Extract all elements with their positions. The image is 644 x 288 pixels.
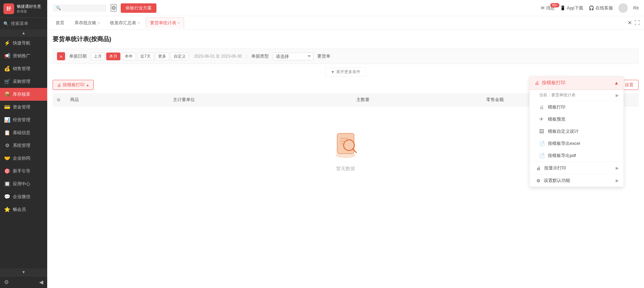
tab-order-stats-close[interactable]: × bbox=[178, 21, 180, 25]
date-range-display: 2023-06-01 至 2023-06-30 bbox=[194, 54, 242, 59]
date-btn-this-month[interactable]: 本月 bbox=[106, 53, 120, 60]
print-current-section: 当前：要货单统计表 ▶ bbox=[530, 90, 623, 101]
sidebar-item-label: 畅会员 bbox=[13, 206, 26, 213]
date-btn-more[interactable]: 更多 bbox=[155, 53, 169, 60]
template-design-label: 模板自定义设计 bbox=[548, 128, 579, 134]
sidebar-item-member[interactable]: ⭐ 畅会员 bbox=[0, 203, 47, 216]
template-design-icon: 🖼 bbox=[539, 129, 545, 134]
sidebar: 好 畅捷通好生意 标准版 🔍 搜索菜单 ▲ ⚡ 快捷导航 📢 营销推广 💰 销售… bbox=[0, 0, 47, 288]
sidebar-item-system[interactable]: ⚙ 系统管理 bbox=[0, 139, 47, 152]
print-dropdown-title: 按模板打印 bbox=[542, 80, 565, 86]
topbar-search-box[interactable]: 🔍 bbox=[53, 4, 107, 12]
filter-divider-1: | bbox=[246, 54, 247, 59]
set-default-chevron: ▶ bbox=[616, 178, 619, 183]
print-current-label: 当前：要货单统计表 bbox=[539, 92, 576, 98]
topbar-avatar[interactable] bbox=[618, 3, 628, 13]
print-template-label: 按模板打印 bbox=[63, 82, 85, 88]
tabbar-maximize[interactable]: ⛶ bbox=[635, 20, 640, 26]
topbar-app-download[interactable]: 📱 App下载 bbox=[560, 5, 583, 11]
sidebar-item-wechat[interactable]: 💬 企业微信 bbox=[0, 190, 47, 203]
template-print-icon: 🖨 bbox=[539, 104, 545, 110]
template-preview-item[interactable]: 👁 模板预览 bbox=[530, 113, 623, 125]
tabbar: 首页 库存批次账 × 收发存汇总表 × 要货单统计表 × ✕ ⛶ bbox=[47, 16, 644, 30]
purchase-icon: 🛒 bbox=[4, 78, 10, 85]
type-filter-select[interactable]: 请选择 bbox=[273, 53, 313, 60]
sidebar-item-quick-nav[interactable]: ⚡ 快捷导航 bbox=[0, 37, 47, 50]
tab-inventory-batch-close[interactable]: × bbox=[98, 21, 100, 25]
template-export-pdf-icon: 📄 bbox=[539, 153, 545, 158]
tab-order-stats[interactable]: 要货单统计表 × bbox=[146, 18, 184, 28]
filter-expand-btn[interactable]: » bbox=[57, 52, 65, 60]
sidebar-item-sales[interactable]: 💰 销售管理 bbox=[0, 62, 47, 75]
search-icon: 🔍 bbox=[3, 21, 9, 26]
sidebar-item-finance[interactable]: 💳 资金管理 bbox=[0, 101, 47, 114]
set-default-item[interactable]: ⚙ 设置默认功能 ▶ bbox=[530, 174, 623, 187]
tab-inventory-batch[interactable]: 库存批次账 × bbox=[70, 18, 104, 28]
trial-btn[interactable]: 体验行业方案 bbox=[121, 3, 156, 13]
sidebar-item-collab[interactable]: 🤝 企业协同 bbox=[0, 152, 47, 165]
sidebar-item-label: 企业微信 bbox=[13, 194, 30, 200]
collapse-icon[interactable]: ◀ bbox=[39, 279, 43, 285]
date-btn-custom[interactable]: 自定义 bbox=[171, 53, 189, 60]
collab-icon: 🤝 bbox=[4, 155, 10, 161]
date-btn-last-month[interactable]: 上月 bbox=[91, 53, 105, 60]
phone-icon: 📱 bbox=[560, 5, 565, 10]
date-btn-this-year[interactable]: 本年 bbox=[122, 53, 136, 60]
sidebar-logo: 好 畅捷通好生意 标准版 bbox=[0, 0, 47, 18]
display-print-section: 🖨 按显示打印 ▶ bbox=[530, 162, 623, 174]
tab-receipt-summary-close[interactable]: × bbox=[138, 21, 140, 25]
print-dropdown-chevron-up[interactable]: ▲ bbox=[614, 80, 619, 86]
chevron-down-icon: ▼ bbox=[331, 70, 335, 74]
sidebar-search[interactable]: 🔍 搜索菜单 bbox=[0, 18, 47, 29]
sidebar-item-label: 营销推广 bbox=[13, 53, 30, 59]
app-logo-icon: 好 bbox=[3, 3, 14, 14]
app-download-label: App下载 bbox=[567, 5, 583, 11]
service-icon: 🎧 bbox=[589, 5, 594, 10]
display-print-label: 按显示打印 bbox=[544, 165, 566, 171]
print-template-btn[interactable]: 🖨 按模板打印 ▲ bbox=[53, 80, 94, 90]
sidebar-item-inventory[interactable]: 📦 库存核算 bbox=[0, 88, 47, 101]
sidebar-item-purchase[interactable]: 🛒 采购管理 bbox=[0, 75, 47, 88]
template-print-item[interactable]: 🖨 模板打印 bbox=[530, 101, 623, 113]
template-export-pdf-item[interactable]: 📄 按模板导出pdf bbox=[530, 150, 623, 162]
sidebar-item-appcenter[interactable]: 🔲 应用中心 bbox=[0, 178, 47, 190]
settings-icon[interactable]: ⚙ bbox=[4, 279, 9, 285]
tab-home[interactable]: 首页 bbox=[51, 18, 69, 28]
set-default-label: 设置默认功能 bbox=[544, 178, 570, 184]
topbar-online-service[interactable]: 🎧 在线客服 bbox=[589, 5, 613, 11]
type-filter-label: 单据类型 bbox=[251, 53, 269, 59]
app-version: 标准版 bbox=[17, 9, 41, 14]
topbar-messages[interactable]: ✉ 消息 99+ bbox=[541, 5, 555, 11]
printer-icon: 🖨 bbox=[57, 83, 61, 88]
tabbar-close-all[interactable]: ✕ bbox=[627, 20, 632, 26]
sidebar-item-marketing[interactable]: 📢 营销推广 bbox=[0, 50, 47, 62]
topbar: 🔍 ⚙ 体验行业方案 ✉ 消息 99+ 📱 App下载 🎧 在线客服 Rit bbox=[47, 0, 644, 16]
svg-rect-1 bbox=[337, 133, 354, 154]
quick-nav-icon: ⚡ bbox=[4, 40, 10, 46]
settings-label: 设置 bbox=[625, 82, 634, 87]
print-dropdown-header: 🖨 按模板打印 ▲ bbox=[530, 76, 623, 90]
appcenter-icon: 🔲 bbox=[4, 181, 10, 187]
sidebar-item-guide[interactable]: 🎯 新手引导 bbox=[0, 165, 47, 178]
sidebar-item-label: 新手引导 bbox=[13, 168, 30, 174]
template-design-item[interactable]: 🖼 模板自定义设计 bbox=[530, 125, 623, 137]
expand-more-btn[interactable]: ▼ 展开更多条件 bbox=[325, 67, 366, 76]
sidebar-item-basic[interactable]: 📋 基础信息 bbox=[0, 126, 47, 139]
sidebar-scroll-down[interactable]: ▼ bbox=[0, 268, 47, 276]
sidebar-item-operation[interactable]: 📊 经营管理 bbox=[0, 114, 47, 126]
page-title: 要货单统计表(按商品) bbox=[53, 35, 639, 43]
tabbar-right: ✕ ⛶ bbox=[627, 20, 640, 26]
sidebar-item-label: 资金管理 bbox=[13, 104, 30, 110]
table-settings-icon[interactable]: ⚙ bbox=[57, 97, 61, 102]
date-btn-7days[interactable]: 近7天 bbox=[137, 53, 154, 60]
display-print-item[interactable]: 🖨 按显示打印 ▶ bbox=[530, 162, 623, 174]
template-export-excel-item[interactable]: 📄 按模板导出excel bbox=[530, 137, 623, 150]
sidebar-scroll-up[interactable]: ▲ bbox=[0, 29, 47, 37]
tab-home-label: 首页 bbox=[56, 20, 64, 26]
guide-icon: 🎯 bbox=[4, 168, 10, 174]
topbar-gear-btn[interactable]: ⚙ bbox=[111, 4, 117, 12]
topbar-username[interactable]: Rit bbox=[633, 5, 639, 10]
display-print-icon: 🖨 bbox=[536, 166, 541, 171]
print-current-row[interactable]: 当前：要货单统计表 ▶ bbox=[530, 90, 623, 101]
tab-receipt-summary[interactable]: 收发存汇总表 × bbox=[106, 18, 144, 28]
